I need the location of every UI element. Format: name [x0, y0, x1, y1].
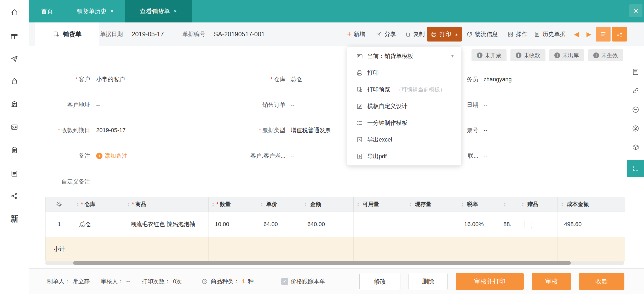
copy-button[interactable]: 复制	[405, 22, 425, 46]
horizontal-scrollbar[interactable]	[45, 261, 624, 265]
grid-icon	[507, 31, 514, 37]
caret-up-icon[interactable]: ▲	[455, 32, 458, 36]
col-header-tax-rate[interactable]: ▴▾ 税率	[458, 197, 500, 211]
menu-item-template-design[interactable]: 模板自定义设计	[347, 98, 461, 115]
menu-print-label: 打印	[367, 69, 379, 77]
share-nodes-icon	[10, 192, 18, 200]
sort-icon[interactable]: ▴▾	[410, 202, 411, 207]
col-header-extra[interactable]: ▴▾	[500, 197, 518, 211]
logistics-button[interactable]: 物流信息	[466, 22, 498, 46]
next-doc-icon[interactable]: ▶	[586, 22, 591, 46]
sort-icon[interactable]: ▴▾	[504, 202, 506, 207]
sort-icon[interactable]: ▴▾	[561, 202, 563, 207]
rail-package-button[interactable]	[632, 143, 640, 151]
field-value-date: --	[484, 101, 487, 109]
col-header-warehouse[interactable]: ▴▾ *仓库	[73, 197, 124, 211]
sort-icon[interactable]: ▴▾	[261, 202, 263, 207]
close-tab-icon[interactable]: ×	[174, 8, 177, 15]
sidebar-item-gift[interactable]	[7, 31, 21, 42]
badge-label: 未收款	[524, 52, 540, 59]
status-badge-not-shipped: ! 未出库	[549, 49, 584, 61]
column-settings-button[interactable]	[45, 197, 73, 211]
report-icon	[10, 170, 18, 178]
col-header-product[interactable]: ▴▾ *商品	[124, 197, 209, 211]
col-header-gift[interactable]: ▴▾ 赠品	[518, 197, 558, 211]
menu-item-print-preview[interactable]: 打印预览 （可编辑当前模板）	[347, 81, 461, 98]
modify-button[interactable]: 修改	[359, 273, 400, 290]
price-track-option[interactable]: ✓ 价格跟踪本单	[281, 269, 325, 294]
sidebar-item-home[interactable]	[7, 7, 21, 18]
print-button[interactable]: 打印 ▲	[427, 27, 462, 42]
prev-doc-icon[interactable]: ◀	[574, 22, 579, 46]
current-template-label: 当前：销货单模板	[367, 52, 413, 60]
sort-icon[interactable]: ▴▾	[462, 202, 463, 207]
printer-icon	[356, 69, 363, 76]
sidebar-item-purchase[interactable]	[7, 75, 21, 87]
col-header-stock[interactable]: ▴▾ 现存量	[406, 197, 458, 211]
receive-payment-button[interactable]: 收款	[579, 273, 624, 290]
gift-checkbox[interactable]	[525, 221, 532, 228]
doc-number-label: 单据编号	[182, 22, 205, 46]
sidebar-item-orders[interactable]	[7, 144, 21, 156]
rail-form-button[interactable]	[632, 68, 640, 76]
list-view-toggle[interactable]	[596, 27, 611, 42]
history-docs-button[interactable]: 历史单据	[534, 22, 566, 46]
rail-link-button[interactable]	[632, 87, 640, 95]
tab-view-sales-order[interactable]: 查看销货单 ×	[125, 0, 192, 22]
rail-user-button[interactable]	[632, 125, 640, 132]
clipboard-icon	[10, 146, 18, 154]
add-remark-button[interactable]: + 添加备注	[96, 151, 128, 160]
sort-icon[interactable]: ▴▾	[305, 202, 307, 207]
col-header-quantity[interactable]: ▴▾ *数量	[209, 197, 257, 211]
sort-icon[interactable]: ▴▾	[128, 202, 130, 207]
table-row: 1 总仓 潮流毛衣红色 辣妈泡泡袖 10.00 64.00 640.00 16.…	[45, 211, 625, 237]
sidebar-item-reports[interactable]	[7, 168, 21, 179]
tab-current-label: 查看销货单	[140, 7, 170, 15]
sidebar-item-new[interactable]: 新	[7, 213, 21, 225]
sort-icon[interactable]: ▴▾	[77, 202, 79, 207]
close-tab-icon[interactable]: ×	[110, 8, 114, 15]
add-button[interactable]: + 新增	[347, 22, 365, 46]
share-button[interactable]: 分享	[376, 22, 396, 46]
rail-circle-minus-button[interactable]	[632, 106, 640, 114]
sort-icon[interactable]: ▴▾	[212, 202, 214, 207]
field-value-customer: 小常的客户	[96, 75, 125, 84]
user-circle-icon	[632, 125, 640, 132]
col-header-available[interactable]: ▴▾ 可用量	[354, 197, 406, 211]
scrollbar-thumb[interactable]	[73, 261, 571, 265]
menu-item-current-template[interactable]: 当前：销货单模板 ▼	[347, 48, 461, 64]
card-view-toggle[interactable]	[612, 27, 627, 42]
sort-icon[interactable]: ▴▾	[522, 202, 524, 207]
sort-icon[interactable]: ▴▾	[357, 202, 359, 207]
col-header-cost-amount[interactable]: ▴▾ 成本金额	[558, 197, 624, 211]
tab-sales-history[interactable]: 销货单历史 ×	[65, 0, 125, 22]
delete-button[interactable]: 删除	[409, 273, 448, 290]
menu-item-print[interactable]: 打印	[347, 64, 461, 81]
close-window-button[interactable]: ×	[629, 4, 642, 17]
col-header-unit-price[interactable]: ▴▾ 单价	[257, 197, 301, 211]
caret-down-icon[interactable]: ▼	[451, 54, 454, 58]
rail-expand-button[interactable]	[627, 160, 644, 177]
audit-button[interactable]: 审核	[532, 273, 571, 290]
field-label-customer-address: 客户地址	[39, 101, 90, 109]
field-value-contact: --	[484, 151, 487, 160]
tab-home[interactable]: 首页	[29, 0, 65, 22]
print-dropdown-menu: 当前：销货单模板 ▼ 打印 打印预览 （可编辑当前模板） 模板自定义设计 一分钟…	[347, 46, 461, 166]
operations-button[interactable]: 操作	[507, 22, 527, 46]
menu-item-quick-template[interactable]: 一分钟制作模板	[347, 115, 461, 131]
field-value-customer-address: --	[96, 101, 100, 109]
sidebar-item-share[interactable]	[7, 190, 21, 202]
menu-design-label: 模板自定义设计	[367, 102, 407, 110]
checkbox-checked-icon[interactable]: ✓	[281, 278, 288, 285]
export-pdf-icon	[356, 153, 363, 160]
left-sidebar: 新	[0, 0, 29, 294]
sidebar-item-send[interactable]	[7, 53, 21, 64]
cell-amount: 640.00	[301, 211, 354, 237]
menu-item-export-pdf[interactable]: 导出pdf	[347, 148, 461, 165]
sidebar-item-customer[interactable]	[7, 121, 21, 133]
menu-item-export-excel[interactable]: 导出excel	[347, 131, 461, 148]
audit-and-print-button[interactable]: 审核并打印	[456, 273, 524, 290]
sidebar-item-warehouse[interactable]	[7, 98, 21, 110]
col-header-amount[interactable]: ▴▾ 金额	[301, 197, 354, 211]
doc-type-tab[interactable]: 销货单	[35, 22, 99, 46]
